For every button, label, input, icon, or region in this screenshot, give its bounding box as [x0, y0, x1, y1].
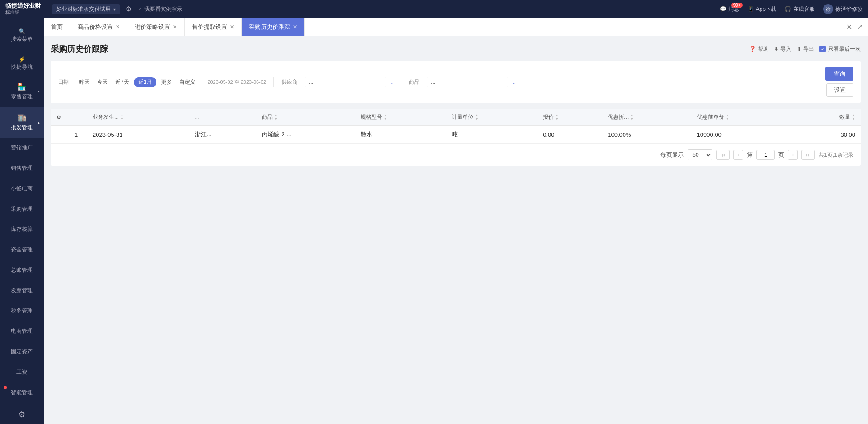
- sidebar-quick-nav[interactable]: ⚡ 快捷导航: [0, 52, 44, 76]
- col-goods[interactable]: 商品▲▼: [256, 109, 355, 126]
- sidebar-item-wholesale[interactable]: 🏬 批发管理 ▴: [0, 107, 44, 138]
- export-icon: ⬆: [797, 46, 801, 52]
- date-btn-more[interactable]: 更多: [158, 77, 175, 87]
- user-button[interactable]: 徐 徐泽华修改: [823, 4, 863, 14]
- settings-col-icon: ⚙: [56, 114, 61, 120]
- goods-more-btn[interactable]: ...: [511, 79, 516, 85]
- last-page-button[interactable]: ⏭: [801, 150, 815, 160]
- cell-quote: 0.00: [537, 126, 602, 144]
- date-btn-1month[interactable]: 近1月: [134, 77, 157, 87]
- page-title: 采购历史价跟踪: [51, 43, 108, 54]
- search-menu-label: 搜索菜单: [11, 35, 33, 43]
- close-tab-icon[interactable]: ✕: [293, 24, 297, 30]
- col-discount[interactable]: 优惠折...▲▼: [602, 109, 691, 126]
- close-tab-icon[interactable]: ✕: [173, 24, 177, 30]
- last-only-checkbox-label[interactable]: ✓ 只看最后一次: [819, 45, 861, 53]
- tab-purchase-strategy[interactable]: 进价策略设置 ✕: [127, 18, 185, 36]
- page-content: 采购历史价跟踪 ❓ 帮助 ⬇ 导入 ⬆ 导出 ✓: [44, 36, 868, 424]
- content-area: 首页 商品价格设置 ✕ 进价策略设置 ✕ 售价提取设置 ✕ 采购历史价跟踪 ✕ …: [44, 18, 868, 424]
- main-layout: 🔍 搜索菜单 ⚡ 快捷导航 🏪 零售管理 ▾ 🏬 批发管理 ▴ 营销推广 销售管…: [0, 18, 868, 424]
- last-only-label: 只看最后一次: [828, 45, 861, 53]
- sidebar-item-retail[interactable]: 🏪 零售管理 ▾: [0, 76, 44, 107]
- maximize-tab-button[interactable]: ⤢: [855, 21, 864, 33]
- sidebar-item-label: 批发管理: [11, 124, 33, 131]
- query-button[interactable]: 查询: [825, 67, 853, 81]
- next-page-button[interactable]: ›: [788, 150, 798, 160]
- tab-actions: ✕ ⤢: [844, 21, 868, 33]
- headset-icon: 🎧: [785, 6, 791, 12]
- col-more[interactable]: ...: [190, 109, 257, 126]
- sidebar-item-payroll[interactable]: 工资: [0, 362, 44, 382]
- close-tab-button[interactable]: ✕: [844, 21, 854, 33]
- supplier-more-btn[interactable]: ...: [389, 79, 394, 85]
- sort-icon: ▲▼: [852, 114, 855, 121]
- tab-label: 商品价格设置: [78, 23, 113, 31]
- sidebar-item-finance[interactable]: 资金管理: [0, 240, 44, 260]
- tab-price-setting[interactable]: 商品价格设置 ✕: [70, 18, 127, 36]
- date-btn-today[interactable]: 今天: [94, 77, 111, 87]
- sort-icon: ▲▼: [384, 114, 387, 121]
- prev-page-button[interactable]: ‹: [733, 150, 743, 160]
- sidebar-item-assets[interactable]: 固定资产: [0, 342, 44, 362]
- tab-purchase-history[interactable]: 采购历史价跟踪 ✕: [242, 18, 305, 36]
- demo-link[interactable]: 我要看实例演示: [139, 5, 182, 13]
- help-icon: ❓: [749, 46, 756, 52]
- sidebar: 🔍 搜索菜单 ⚡ 快捷导航 🏪 零售管理 ▾ 🏬 批发管理 ▴ 营销推广 销售管…: [0, 18, 44, 424]
- sidebar-item-smart[interactable]: 智能管理: [0, 382, 44, 403]
- col-quantity[interactable]: 数量▲▼: [796, 109, 861, 126]
- sidebar-item-marketing[interactable]: 营销推广: [0, 138, 44, 158]
- cell-goods: 丙烯酸-2-...: [256, 126, 355, 144]
- date-btn-yesterday[interactable]: 昨天: [76, 77, 93, 87]
- export-link[interactable]: ⬆ 导出: [797, 45, 814, 53]
- date-filter-label: 日期: [58, 78, 69, 86]
- messages-button[interactable]: 💬 消息 99+: [720, 5, 739, 13]
- sidebar-item-invoice[interactable]: 发票管理: [0, 280, 44, 301]
- col-pre-discount[interactable]: 优惠前单价▲▼: [692, 109, 796, 126]
- date-btn-7days[interactable]: 近7天: [112, 77, 132, 87]
- close-tab-icon[interactable]: ✕: [230, 24, 234, 30]
- per-page-select[interactable]: 50 10 20 100: [688, 149, 712, 160]
- wholesale-icon: 🏬: [17, 113, 26, 122]
- page-input[interactable]: [756, 150, 775, 160]
- tab-home[interactable]: 首页: [44, 18, 70, 36]
- version-selector[interactable]: 好业财标准版交付试用 ▾: [52, 4, 120, 14]
- sidebar-item-ledger[interactable]: 总账管理: [0, 260, 44, 280]
- sidebar-item-sales[interactable]: 销售管理: [0, 158, 44, 178]
- col-spec[interactable]: 规格型号▲▼: [355, 109, 446, 126]
- goods-input[interactable]: [427, 77, 508, 87]
- sidebar-item-ecommerce-small[interactable]: 小畅电商: [0, 178, 44, 199]
- total-info: 共1页,1条记录: [819, 151, 853, 159]
- data-table: ⚙ 业务发生...▲▼ ... 商品▲▼ 规格型号▲▼: [51, 109, 861, 144]
- col-unit[interactable]: 计量单位▲▼: [446, 109, 537, 126]
- import-link[interactable]: ⬇ 导入: [774, 45, 791, 53]
- date-btn-custom[interactable]: 自定义: [176, 77, 198, 87]
- col-quote[interactable]: 报价▲▼: [537, 109, 602, 126]
- search-menu-button[interactable]: 🔍 搜索菜单: [3, 24, 41, 48]
- sidebar-bottom: ⚙: [0, 405, 44, 424]
- supplier-input[interactable]: [305, 77, 386, 87]
- sidebar-item-purchase[interactable]: 采购管理: [0, 199, 44, 219]
- tab-bar: 首页 商品价格设置 ✕ 进价策略设置 ✕ 售价提取设置 ✕ 采购历史价跟踪 ✕ …: [44, 18, 868, 36]
- col-settings[interactable]: ⚙: [51, 109, 69, 126]
- close-tab-icon[interactable]: ✕: [116, 24, 120, 30]
- sidebar-item-ecommerce[interactable]: 电商管理: [0, 321, 44, 342]
- online-service-button[interactable]: 🎧 在线客服: [785, 5, 815, 13]
- app-download-button[interactable]: 📱 App下载: [747, 5, 776, 13]
- cell-pre-discount: 10900.00: [692, 126, 796, 144]
- first-page-button[interactable]: ⏮: [716, 150, 730, 160]
- filter-settings-button[interactable]: 设置: [826, 83, 853, 97]
- avatar: 徐: [823, 4, 833, 14]
- settings-icon[interactable]: ⚙: [126, 5, 132, 13]
- tab-sale-price[interactable]: 售价提取设置 ✕: [185, 18, 242, 36]
- import-label: 导入: [780, 45, 791, 53]
- sidebar-item-tax[interactable]: 税务管理: [0, 301, 44, 321]
- col-biz-date[interactable]: 业务发生...▲▼: [87, 109, 190, 126]
- help-link[interactable]: ❓ 帮助: [749, 45, 769, 53]
- sidebar-item-label: 发票管理: [11, 287, 33, 294]
- sidebar-item-inventory[interactable]: 库存核算: [0, 219, 44, 240]
- sidebar-item-label: 电商管理: [11, 328, 33, 335]
- last-only-checkbox[interactable]: ✓: [819, 46, 826, 52]
- sidebar-item-label: 小畅电商: [11, 185, 33, 193]
- sidebar-gear-icon[interactable]: ⚙: [18, 410, 25, 419]
- retail-icon: 🏪: [17, 82, 26, 91]
